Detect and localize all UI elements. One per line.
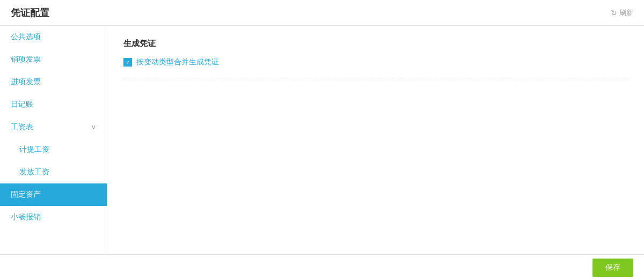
sidebar-item-fixed-assets[interactable]: 固定资产	[0, 183, 107, 206]
sidebar-item-purchase-invoice[interactable]: 进项发票	[0, 71, 107, 93]
section-divider	[123, 78, 628, 78]
refresh-label: 刷新	[619, 8, 633, 18]
footer: 保存	[0, 254, 644, 280]
refresh-icon: ↻	[611, 9, 617, 17]
merge-checkbox[interactable]: ✓	[123, 58, 132, 67]
sidebar-item-label: 公共选项	[11, 32, 41, 42]
content-area: 生成凭证 ✓ 按变动类型合并生成凭证	[107, 26, 644, 254]
sidebar-item-label: 进项发票	[11, 77, 41, 87]
sidebar-item-payroll-pay[interactable]: 发放工资	[0, 161, 107, 183]
sidebar-item-label: 计提工资	[19, 145, 49, 154]
sidebar-item-public-options[interactable]: 公共选项	[0, 26, 107, 48]
main-container: 公共选项销项发票进项发票日记账工资表∨计提工资发放工资固定资产小畅报销 生成凭证…	[0, 26, 644, 254]
sidebar-item-label: 固定资产	[11, 190, 41, 200]
page-title: 凭证配置	[11, 6, 49, 19]
sidebar-item-payroll[interactable]: 工资表∨	[0, 116, 107, 138]
sidebar-item-expense-claim[interactable]: 小畅报销	[0, 206, 107, 229]
sidebar-item-label: 发放工资	[19, 167, 49, 177]
section-title: 生成凭证	[123, 39, 628, 49]
sidebar-item-label: 工资表	[11, 122, 33, 132]
sidebar: 公共选项销项发票进项发票日记账工资表∨计提工资发放工资固定资产小畅报销	[0, 26, 107, 254]
header: 凭证配置 ↻ 刷新	[0, 0, 644, 26]
sidebar-item-label: 日记账	[11, 100, 33, 109]
sidebar-item-journal[interactable]: 日记账	[0, 93, 107, 116]
checkbox-row: ✓ 按变动类型合并生成凭证	[123, 57, 628, 67]
checkmark-icon: ✓	[126, 60, 130, 65]
sidebar-item-label: 销项发票	[11, 55, 41, 64]
sidebar-item-payroll-calc[interactable]: 计提工资	[0, 138, 107, 161]
sidebar-item-sales-invoice[interactable]: 销项发票	[0, 48, 107, 71]
chevron-down-icon: ∨	[91, 123, 96, 131]
refresh-button[interactable]: ↻ 刷新	[611, 8, 633, 18]
save-button[interactable]: 保存	[592, 259, 633, 277]
sidebar-item-label: 小畅报销	[11, 212, 41, 222]
checkbox-label: 按变动类型合并生成凭证	[136, 57, 219, 67]
